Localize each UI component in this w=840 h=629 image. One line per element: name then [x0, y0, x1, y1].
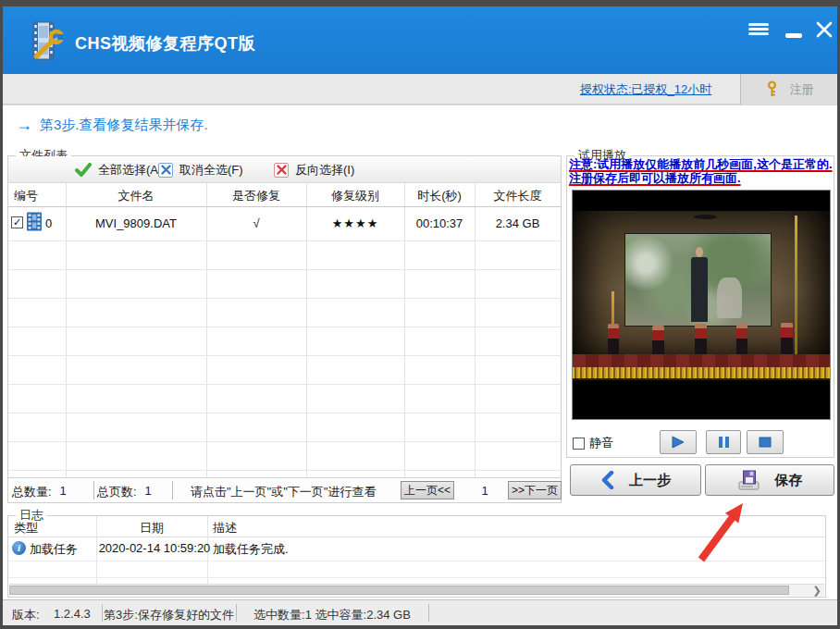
table-grid-lines	[8, 240, 561, 477]
step-arrow-icon: →	[16, 116, 32, 135]
file-list-group: 文件列表 全部选择(A) 取消全选(F)	[7, 155, 562, 503]
performer	[736, 324, 748, 354]
step-heading: → 第3步.查看修复结果并保存.	[16, 116, 208, 135]
invert-selection-label: 反向选择(I)	[295, 162, 354, 179]
cell-duration: 00:10:37	[404, 216, 475, 230]
next-page-button[interactable]: >>下一页	[508, 481, 562, 500]
log-horizontal-scrollbar[interactable]: ❯	[9, 584, 824, 596]
trial-warning-line1: 注意:试用播放仅能播放前几秒画面,这个是正常的.	[569, 157, 834, 171]
status-bar: 版本: 1.2.4.3 第3步:保存修复好的文件 选中数量:1 选中容量:2.3…	[3, 599, 837, 625]
main-area: → 第3步.查看修复结果并保存. 文件列表 全部选择(A) 取消全选(F)	[3, 105, 837, 599]
file-list-toolbar: 全部选择(A) 取消全选(F) 反向选择(I)	[8, 156, 561, 183]
total-pages-label: 总页数:	[97, 484, 137, 500]
status-selection: 选中数量:1 选中容量:2.34 GB	[236, 607, 428, 623]
register-button[interactable]: 注册	[740, 74, 837, 105]
chevron-left-icon	[600, 471, 614, 489]
stage-gold-fringe	[573, 367, 830, 380]
app-title: CHS视频修复程序QT版	[75, 32, 255, 55]
current-page: 1	[471, 484, 499, 498]
cell-number: 0	[45, 216, 62, 230]
invert-selection-button[interactable]: 反向选择(I)	[270, 156, 358, 183]
minimize-bar	[785, 33, 802, 38]
cell-file-size: 2.34 GB	[475, 216, 561, 230]
cell-repair-level: ★★★★	[306, 216, 404, 230]
save-button[interactable]: 保存	[705, 464, 834, 496]
play-icon	[671, 436, 686, 449]
stop-button[interactable]	[747, 430, 784, 454]
red-x-icon	[274, 163, 289, 178]
register-label: 注册	[790, 81, 814, 98]
prev-page-button[interactable]: 上一页<<	[401, 481, 454, 500]
floppy-disk-icon	[737, 470, 760, 491]
menu-icon[interactable]	[748, 19, 771, 40]
info-icon: i	[12, 541, 26, 555]
play-button[interactable]	[660, 430, 697, 454]
performer	[608, 324, 620, 354]
key-icon	[765, 80, 779, 99]
close-icon[interactable]	[813, 19, 835, 40]
playback-controls: 静音	[567, 427, 834, 458]
log-row-line	[8, 577, 825, 578]
step-heading-text: 第3步.查看修复结果并保存.	[40, 117, 208, 134]
header-repair-level: 修复级别	[306, 188, 404, 204]
log-cell-date: 2020-02-14 10:59:20	[96, 541, 213, 555]
video-preview[interactable]	[572, 190, 831, 420]
menu-bar	[748, 28, 769, 31]
green-check-icon	[75, 163, 92, 178]
mute-control[interactable]: 静音	[573, 435, 613, 451]
app-window: CHS视频修复程序QT版 授权状态:已授权_12小时 注册 →	[0, 0, 840, 629]
status-divider	[428, 604, 429, 622]
gold-curtain-edge	[795, 216, 797, 355]
menu-bar	[748, 32, 769, 36]
back-button-label: 上一步	[629, 472, 671, 489]
pause-button[interactable]	[706, 430, 741, 454]
log-cell-type: 加载任务	[30, 541, 78, 558]
save-button-label: 保存	[775, 472, 803, 489]
performer	[695, 324, 707, 354]
license-bar: 授权状态:已授权_12小时 注册	[3, 74, 837, 105]
pagination-bar: 总数量: 1 总页数: 1 请点击"上一页"或"下一页"进行查看 上一页<< 1…	[8, 477, 561, 502]
trial-warning-line2: 注册保存后即可以播放所有画面.	[569, 171, 834, 185]
total-pages-value: 1	[134, 484, 162, 498]
scrollbar-thumb[interactable]	[9, 586, 789, 595]
pager-divider	[93, 481, 94, 500]
log-header-line	[8, 536, 825, 537]
log-row-line	[8, 561, 825, 561]
log-header-date: 日期	[96, 520, 207, 536]
header-duration: 时长(秒)	[404, 188, 475, 204]
select-all-button[interactable]: 全部选择(A)	[71, 156, 166, 183]
cell-filename: MVI_9809.DAT	[66, 216, 206, 230]
version-label: 版本:	[12, 607, 40, 623]
trial-warning: 注意:试用播放仅能播放前几秒画面,这个是正常的. 注册保存后即可以播放所有画面.	[569, 157, 834, 185]
scrollbar-right-arrow-icon[interactable]: ❯	[809, 585, 824, 596]
app-icon	[25, 19, 68, 62]
mute-checkbox[interactable]	[573, 438, 585, 450]
log-header-description: 描述	[213, 520, 237, 536]
license-status-link[interactable]: 授权状态:已授权_12小时	[580, 81, 711, 98]
status-step: 第3步:保存修复好的文件	[102, 607, 236, 623]
log-cell-description: 加载任务完成.	[213, 541, 289, 558]
mute-label: 静音	[589, 435, 613, 451]
preview-group: 试用播放 注意:试用播放仅能播放前几秒画面,这个是正常的. 注册保存后即可以播放…	[566, 155, 834, 458]
performer	[781, 323, 793, 353]
filmstrip-icon	[26, 212, 43, 231]
version-value: 1.2.4.3	[54, 607, 91, 621]
deselect-all-button[interactable]: 取消全选(F)	[154, 156, 247, 183]
header-number: 编号	[14, 188, 38, 204]
file-table: 编号 文件名 是否修复 修复级别 时长(秒) 文件长度 ✓	[8, 183, 561, 477]
cell-repaired: √	[206, 216, 306, 230]
minimize-icon[interactable]	[783, 25, 805, 45]
select-all-label: 全部选择(A)	[98, 162, 162, 179]
pager-hint: 请点击"上一页"或"下一页"进行查看	[191, 484, 376, 500]
row-checkbox[interactable]: ✓	[11, 216, 23, 228]
menu-bar	[748, 23, 769, 27]
log-header-type: 类型	[14, 520, 38, 536]
total-count-value: 1	[49, 484, 77, 498]
back-button[interactable]: 上一步	[570, 464, 701, 496]
stage-screen	[624, 233, 772, 327]
singer-on-screen	[691, 257, 707, 321]
header-filename: 文件名	[66, 188, 206, 204]
header-repaired: 是否修复	[206, 188, 306, 204]
close-x	[815, 20, 834, 39]
stage-floor	[573, 354, 830, 368]
